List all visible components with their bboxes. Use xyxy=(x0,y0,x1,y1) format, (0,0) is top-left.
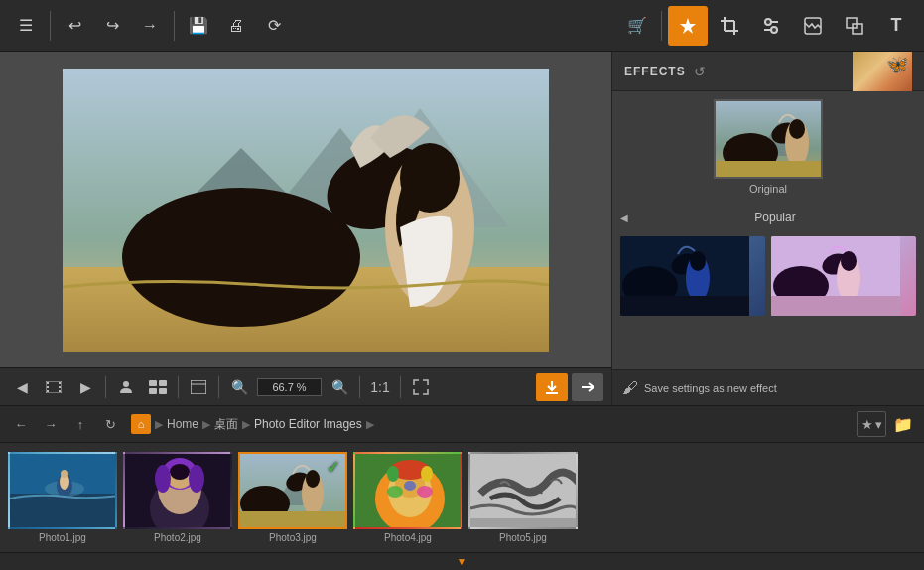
share-button[interactable] xyxy=(572,373,603,401)
home-icon[interactable]: ⌂ xyxy=(131,414,151,434)
effects-header: EFFECTS ↺ xyxy=(612,52,924,91)
original-effect-thumb[interactable] xyxy=(714,99,823,179)
effect-item-1[interactable] xyxy=(620,236,765,316)
popular-section-header: ◀ Popular xyxy=(620,207,916,228)
window-button[interactable] xyxy=(185,373,212,401)
svg-point-83 xyxy=(417,486,433,498)
save-button[interactable]: 💾 xyxy=(181,8,216,44)
filmstrip-icon-button[interactable] xyxy=(40,373,67,401)
people-icon xyxy=(118,379,134,395)
popular-section-title: Popular xyxy=(634,211,916,224)
svg-rect-50 xyxy=(620,296,749,316)
effects-scroll-area[interactable]: Original ◀ Popular xyxy=(612,91,924,369)
film1-svg xyxy=(10,454,117,529)
download-button[interactable] xyxy=(536,373,568,401)
film-label-1: Photo1.jpg xyxy=(39,532,86,543)
refresh-button[interactable]: ⟳ xyxy=(256,8,292,44)
film-thumb-5[interactable] xyxy=(468,452,578,529)
toolbar-divider-1 xyxy=(50,11,51,41)
svg-rect-58 xyxy=(10,494,117,529)
redeye-tool-button[interactable] xyxy=(793,6,833,46)
effects-grid xyxy=(620,236,916,316)
view-options-button[interactable] xyxy=(144,373,172,401)
zoom-divider-1 xyxy=(105,376,106,398)
svg-point-70 xyxy=(189,465,204,493)
zoom-divider-2 xyxy=(178,376,179,398)
film-label-4: Photo4.jpg xyxy=(384,532,432,543)
toolbar-divider-3 xyxy=(661,11,662,41)
film-thumb-3[interactable] xyxy=(238,452,347,529)
film-thumb-1[interactable] xyxy=(8,452,117,529)
save-settings-bar: 🖌 Save settings as new effect xyxy=(612,369,924,405)
original-label: Original xyxy=(749,183,787,195)
zoom-in-button[interactable]: 🔍 xyxy=(326,373,353,401)
print-button[interactable]: 🖨 xyxy=(218,8,254,44)
canvas-viewport[interactable] xyxy=(0,52,611,367)
overlay-tool-button[interactable] xyxy=(835,6,874,46)
svg-point-6 xyxy=(765,19,771,25)
people-icon-button[interactable] xyxy=(112,373,140,401)
main-image xyxy=(63,69,549,352)
download-icon xyxy=(545,380,559,394)
share-icon xyxy=(581,380,594,394)
filmstrip-icon xyxy=(46,381,62,393)
film-item-5[interactable]: Photo5.jpg xyxy=(468,452,578,543)
film2-svg xyxy=(125,454,232,529)
adjust-icon xyxy=(762,17,780,35)
nav-bar: ← → ↑ ↻ ⌂ ▶ Home ▶ 桌面 ▶ Photo Editor Ima… xyxy=(0,405,924,443)
save-settings-icon: 🖌 xyxy=(622,379,638,397)
nav-back-button[interactable]: ← xyxy=(8,411,34,437)
effect-item-2[interactable] xyxy=(771,236,916,316)
cart-button[interactable]: 🛒 xyxy=(619,8,655,44)
zoom-out-button[interactable]: 🔍 xyxy=(225,373,253,401)
crop-tool-button[interactable] xyxy=(710,6,749,46)
svg-point-17 xyxy=(122,188,360,327)
film-item-3[interactable]: Photo3.jpg xyxy=(238,452,347,543)
svg-rect-24 xyxy=(47,390,49,392)
breadcrumb-sep-1: ▶ xyxy=(155,418,163,431)
text-icon: T xyxy=(891,15,902,36)
nav-folder-button[interactable]: 📁 xyxy=(890,411,916,437)
original-thumb-svg xyxy=(716,101,823,179)
menu-button[interactable]: ☰ xyxy=(8,8,44,44)
film-label-3: Photo3.jpg xyxy=(269,532,317,543)
film-thumb-4[interactable] xyxy=(353,452,462,529)
fit-button[interactable]: 1:1 xyxy=(366,373,394,401)
nav-forward-button[interactable]: → xyxy=(38,411,64,437)
effect1-svg xyxy=(620,236,749,316)
svg-point-84 xyxy=(404,481,416,491)
film-thumb-2[interactable] xyxy=(123,452,232,529)
nav-star-button[interactable]: ★ ▾ xyxy=(857,411,886,437)
breadcrumb-current[interactable]: Photo Editor Images xyxy=(254,417,362,431)
text-tool-button[interactable]: T xyxy=(876,6,916,46)
adjust-tool-button[interactable] xyxy=(751,6,791,46)
effects-tool-button[interactable] xyxy=(668,6,708,46)
undo-button[interactable]: ↩ xyxy=(57,8,92,44)
nav-up-button[interactable]: ↑ xyxy=(67,411,93,437)
svg-point-55 xyxy=(841,251,857,271)
svg-rect-29 xyxy=(149,380,157,386)
film-item-1[interactable]: Photo1.jpg xyxy=(8,452,117,543)
svg-rect-22 xyxy=(47,382,49,384)
top-toolbar: ☰ ↩ ↪ → 💾 🖨 ⟳ 🛒 xyxy=(0,0,924,52)
nav-left-button[interactable]: ◀ xyxy=(8,373,36,401)
filmstrip-collapse-button[interactable]: ▼ xyxy=(457,555,468,569)
breadcrumb-home[interactable]: Home xyxy=(167,417,198,431)
breadcrumb-sep-3: ▶ xyxy=(242,418,250,431)
film-item-2[interactable]: Photo2.jpg xyxy=(123,452,232,543)
expand-button[interactable] xyxy=(407,373,435,401)
effects-icon xyxy=(678,16,698,36)
star-dropdown-icon: ▾ xyxy=(875,417,882,432)
popular-collapse-button[interactable]: ◀ xyxy=(620,213,628,223)
nav-right-button[interactable]: ▶ xyxy=(71,373,99,401)
redo2-button[interactable]: → xyxy=(132,8,168,44)
svg-point-76 xyxy=(306,470,320,488)
breadcrumb-desktop[interactable]: 桌面 xyxy=(214,416,238,433)
breadcrumb-sep-4: ▶ xyxy=(366,418,374,431)
film-item-4[interactable]: Photo4.jpg xyxy=(353,452,462,543)
toolbar-right: T xyxy=(668,6,916,46)
window-icon xyxy=(191,380,206,394)
effects-reset-button[interactable]: ↺ xyxy=(694,64,706,79)
nav-refresh-button[interactable]: ↻ xyxy=(97,411,123,437)
redo-button[interactable]: ↪ xyxy=(94,8,130,44)
